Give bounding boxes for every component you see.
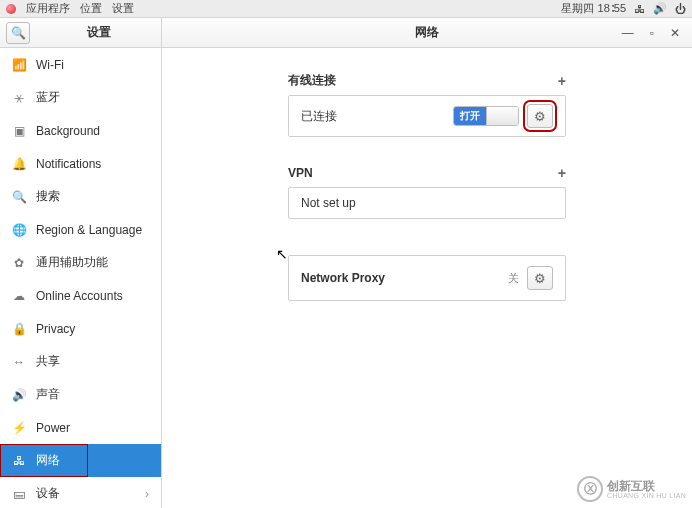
cloud-icon: ☁ [12,289,26,303]
power-icon: ⚡ [12,421,26,435]
vpn-heading: VPN [288,166,313,180]
sidebar-item-sound[interactable]: 🔊声音 [0,378,161,411]
add-wired-button[interactable]: + [558,73,566,89]
sidebar-item-label: 设备 [36,485,60,502]
gear-icon: ⚙ [534,271,546,286]
sidebar-item-label: Power [36,421,70,435]
sidebar-item-label: Wi-Fi [36,58,64,72]
sidebar-item-label: 搜索 [36,188,60,205]
globe-icon: 🌐 [12,223,26,237]
wired-status-label: 已连接 [301,108,453,125]
watermark-cn: 创新互联 [607,480,686,492]
watermark: ⓧ 创新互联 CHUANG XIN HU LIAN [577,476,686,502]
menu-applications[interactable]: 应用程序 [26,1,70,16]
devices-icon: 🖴 [12,487,26,501]
activities-icon[interactable] [6,4,16,14]
wired-settings-button[interactable]: ⚙ [527,104,553,128]
speaker-icon: 🔊 [12,388,26,402]
sidebar-item-network[interactable]: 🖧网络 [0,444,161,477]
settings-sidebar: 📶Wi-Fi ⚹蓝牙 ▣Background 🔔Notifications 🔍搜… [0,48,162,508]
sidebar-item-label: 声音 [36,386,60,403]
power-tray-icon[interactable]: ⏻ [675,3,686,15]
chevron-right-icon: › [145,487,149,501]
sidebar-item-search[interactable]: 🔍搜索 [0,180,161,213]
toggle-knob [486,107,518,125]
sidebar-item-label: Background [36,124,100,138]
settings-title: 设置 [36,24,161,41]
menu-places[interactable]: 位置 [80,1,102,16]
search-icon: 🔍 [12,190,26,204]
add-vpn-button[interactable]: + [558,165,566,181]
bluetooth-icon: ⚹ [12,91,26,105]
menu-settings[interactable]: 设置 [112,1,134,16]
sidebar-item-label: Region & Language [36,223,142,237]
sidebar-item-label: Privacy [36,322,75,336]
network-panel: ↖ 有线连接 + 已连接 打开 ⚙ [162,48,692,508]
sidebar-item-notifications[interactable]: 🔔Notifications [0,147,161,180]
wired-toggle[interactable]: 打开 [453,106,519,126]
vpn-status-label: Not set up [301,196,553,210]
volume-tray-icon[interactable]: 🔊 [653,2,667,15]
sidebar-item-region-language[interactable]: 🌐Region & Language [0,213,161,246]
mouse-cursor: ↖ [276,246,288,262]
panel-title: 网络 [162,24,692,41]
window-close-button[interactable]: ✕ [670,26,680,40]
lock-icon: 🔒 [12,322,26,336]
sidebar-item-bluetooth[interactable]: ⚹蓝牙 [0,81,161,114]
watermark-en: CHUANG XIN HU LIAN [607,492,686,499]
wifi-icon: 📶 [12,58,26,72]
wired-heading: 有线连接 [288,72,336,89]
sidebar-item-privacy[interactable]: 🔒Privacy [0,312,161,345]
sidebar-item-accessibility[interactable]: ✿通用辅助功能 [0,246,161,279]
proxy-settings-button[interactable]: ⚙ [527,266,553,290]
network-tray-icon[interactable]: 🖧 [634,3,645,15]
sidebar-item-label: 蓝牙 [36,89,60,106]
watermark-logo: ⓧ [577,476,603,502]
accessibility-icon: ✿ [12,256,26,270]
search-icon: 🔍 [11,26,26,40]
proxy-label: Network Proxy [301,271,385,285]
sidebar-item-background[interactable]: ▣Background [0,114,161,147]
clock-label: 星期四 18∶55 [561,1,626,16]
sidebar-item-label: 共享 [36,353,60,370]
share-icon: ↔ [12,355,26,369]
window-minimize-button[interactable]: — [622,26,634,40]
sidebar-item-power[interactable]: ⚡Power [0,411,161,444]
background-icon: ▣ [12,124,26,138]
sidebar-item-label: 网络 [36,452,60,469]
search-button[interactable]: 🔍 [6,22,30,44]
sidebar-item-online-accounts[interactable]: ☁Online Accounts [0,279,161,312]
gear-icon: ⚙ [534,109,546,124]
toggle-on-label: 打开 [454,107,486,125]
sidebar-item-sharing[interactable]: ↔共享 [0,345,161,378]
bell-icon: 🔔 [12,157,26,171]
network-icon: 🖧 [12,454,26,468]
proxy-state-label: 关 [508,271,519,286]
sidebar-item-wifi[interactable]: 📶Wi-Fi [0,48,161,81]
sidebar-item-label: 通用辅助功能 [36,254,108,271]
sidebar-item-label: Notifications [36,157,101,171]
sidebar-item-devices[interactable]: 🖴设备› [0,477,161,508]
window-maximize-button[interactable]: ▫ [650,26,654,40]
sidebar-item-label: Online Accounts [36,289,123,303]
